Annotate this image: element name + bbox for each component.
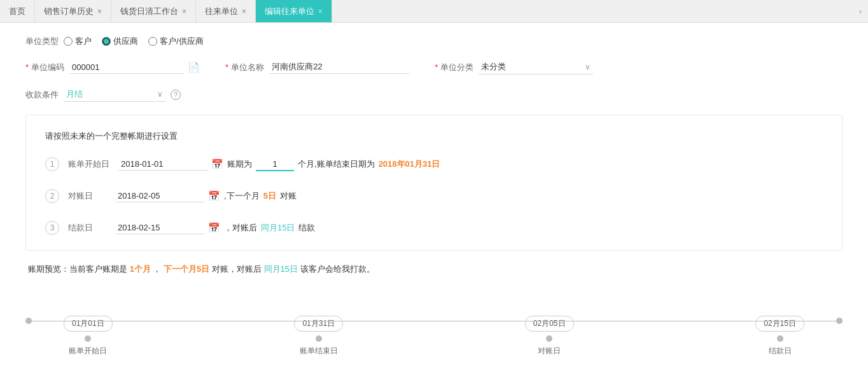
step-1-calendar-icon[interactable]: 📅 [211,158,223,170]
tab-partner-close[interactable]: × [242,7,246,16]
step-3-label: 结款日 [68,222,106,234]
step-1-period-prefix: 账期为 [227,158,252,170]
preview-p3: 同月15日 [264,264,298,274]
step-2-row: 2 对账日 📅 ,下一个月 5日 对账 [45,189,823,203]
tab-scroll-arrow[interactable]: › [853,6,868,16]
radio-supplier[interactable]: 供应商 [102,36,138,47]
unit-name-group: * 单位名称 [225,61,409,74]
unit-category-group: * 单位分类 未分类 ∨ [435,60,593,74]
step-3-calendar-icon[interactable]: 📅 [208,222,220,234]
radio-both[interactable]: 客户/供应商 [148,36,204,47]
timeline-points: 01月01日 账单开始日 01月31日 账单结束日 02月05日 对账日 [25,316,843,356]
tab-edit-partner[interactable]: 编辑往来单位 × [256,0,332,22]
tab-cash-daily[interactable]: 钱货日清工作台 × [111,0,196,22]
payment-condition-row: 收款条件 月结 ∨ ? [25,87,843,102]
unit-name-input[interactable] [269,61,409,74]
radio-customer[interactable]: 客户 [64,36,92,47]
step-3-row: 3 结款日 📅 ，对账后 同月15日 结款 [45,221,823,235]
settings-panel: 请按照未来的一个完整帐期进行设置 1 账单开始日 📅 账期为 个月,账单结束日期… [25,115,843,251]
tab-partner[interactable]: 往来单位 × [196,0,256,22]
unit-name-star: * [225,62,228,72]
step-2-calendar-icon[interactable]: 📅 [208,190,220,202]
unit-category-value: 未分类 [481,61,585,73]
step-2-num: 2 [45,189,59,203]
unit-info-row: * 单位编码 📄 * 单位名称 * 单位分类 未分类 ∨ [25,60,843,74]
timeline-end-dot [836,318,843,324]
unit-type-radio-group: 客户 供应商 客户/供应商 [64,36,204,47]
panel-title: 请按照未来的一个完整帐期进行设置 [45,130,823,142]
tab-edit-partner-close[interactable]: × [318,7,323,16]
step-1-period-end: 2018年01月31日 [379,158,440,170]
step-3-date-input[interactable] [115,222,204,234]
period-value-input[interactable] [256,158,294,171]
timeline-start-dot [25,318,32,324]
step-1-num: 1 [45,157,59,171]
unit-code-group: * 单位编码 📄 [25,61,200,74]
step-2-label: 对账日 [68,190,106,202]
timeline-bubble-1: 01月01日 [64,316,113,332]
step-2-date-input[interactable] [115,190,204,202]
step-3-suffix-after: 结款 [298,222,315,234]
timeline-bubble-3: 02月05日 [525,316,574,332]
unit-name-label: 单位名称 [231,62,264,73]
unit-code-input[interactable] [69,61,184,74]
unit-category-dropdown[interactable]: 未分类 ∨ [479,60,593,74]
step-3-num: 3 [45,221,59,235]
step-3-suffix-highlight: 同月15日 [261,222,295,234]
tab-home[interactable]: 首页 [0,0,35,22]
timeline-bubble-2: 01月31日 [294,316,343,332]
timeline-point-4: 02月15日 结款日 [755,316,804,356]
timeline-dot-4 [777,335,783,342]
timeline-point-2: 01月31日 账单结束日 [294,316,343,356]
unit-type-row: 单位类型 客户 供应商 客户/供应商 [25,36,843,47]
main-content: 单位类型 客户 供应商 客户/供应商 * 单位编码 📄 * [0,23,868,387]
payment-condition-value: 月结 [66,88,157,100]
unit-category-star: * [435,62,438,72]
timeline-dot-2 [316,335,322,342]
step-2-suffix-before: ,下一个月 [224,190,260,202]
unit-code-icon[interactable]: 📄 [188,62,200,73]
timeline-line [25,321,843,321]
help-icon[interactable]: ? [171,90,181,100]
timeline-label-1: 账单开始日 [69,346,107,356]
radio-customer-input[interactable] [64,37,73,46]
tab-sales-history-close[interactable]: × [97,7,102,16]
payment-condition-label: 收款条件 [25,89,59,101]
tab-cash-daily-close[interactable]: × [182,7,186,16]
unit-category-arrow: ∨ [585,62,591,71]
radio-supplier-input[interactable] [102,37,111,46]
preview-p2: 下一个月5日 [164,264,209,274]
step-2-suffix-highlight: 5日 [263,190,276,202]
unit-type-label: 单位类型 [25,36,59,47]
timeline: 01月01日 账单开始日 01月31日 账单结束日 02月05日 对账日 [25,290,843,382]
timeline-dot-1 [85,335,91,342]
unit-code-label: 单位编码 [31,62,64,73]
step-1-label: 账单开始日 [68,158,109,170]
step-1-date-input[interactable] [118,158,207,171]
payment-condition-dropdown[interactable]: 月结 ∨ [64,87,165,102]
step-3-suffix-before: ，对账后 [224,222,257,234]
step-1-period-suffix: 个月,账单结束日期为 [298,158,375,170]
tab-bar: 首页 销售订单历史 × 钱货日清工作台 × 往来单位 × 编辑往来单位 × › [0,0,868,23]
step-2-suffix-after: 对账 [280,190,297,202]
preview-p1: 1个月 [130,264,151,274]
tab-sales-history[interactable]: 销售订单历史 × [35,0,111,22]
timeline-point-3: 02月05日 对账日 [525,316,574,356]
timeline-label-2: 账单结束日 [300,346,338,356]
timeline-dot-3 [546,335,552,342]
step-1-row: 1 账单开始日 📅 账期为 个月,账单结束日期为 2018年01月31日 [45,157,823,171]
unit-category-label: 单位分类 [440,62,473,73]
payment-condition-arrow: ∨ [157,90,163,99]
timeline-point-1: 01月01日 账单开始日 [64,316,113,356]
radio-both-input[interactable] [148,37,157,46]
unit-code-star: * [25,62,29,72]
preview-text: 账期预览：当前客户账期是 1个月 ， 下一个月5日 对账，对账后 同月15日 该… [25,264,843,275]
timeline-label-4: 结款日 [769,346,792,356]
timeline-bubble-4: 02月15日 [755,316,804,332]
timeline-label-3: 对账日 [538,346,561,356]
